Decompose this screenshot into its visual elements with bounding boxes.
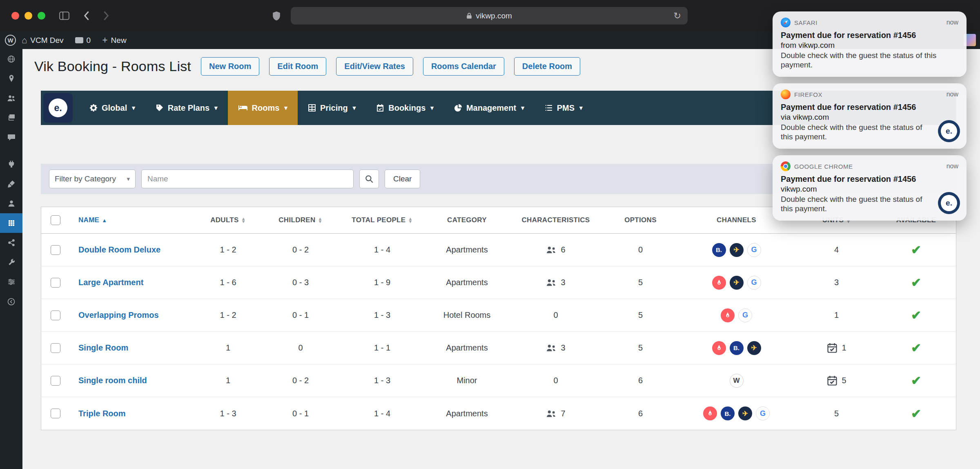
- channel-icon-google: G: [747, 276, 761, 290]
- site-name-menu[interactable]: ⌂ VCM Dev: [16, 31, 69, 49]
- sidebar-toggle-icon[interactable]: [59, 11, 69, 20]
- sidebar-item-tools[interactable]: [0, 252, 22, 272]
- row-select-checkbox[interactable]: [51, 245, 60, 255]
- select-all-checkbox[interactable]: [51, 215, 60, 225]
- room-name-link[interactable]: Overlapping Promos: [78, 310, 159, 320]
- new-content-menu[interactable]: + New: [96, 31, 132, 49]
- url-text: vikwp.com: [476, 11, 512, 20]
- nav-item-management[interactable]: Management▾: [444, 91, 535, 125]
- available-check-icon: ✔: [911, 406, 921, 421]
- chevron-down-icon: ▾: [127, 175, 130, 183]
- sidebar-item-profile[interactable]: [0, 194, 22, 213]
- sidebar-item-media[interactable]: [0, 108, 22, 127]
- channel-icon-google: G: [756, 406, 770, 420]
- options-value: 5: [605, 343, 676, 353]
- channel-icon-expedia: ✈: [747, 341, 761, 355]
- nav-item-global[interactable]: Global▾: [79, 91, 145, 125]
- category-value: Hotel Rooms: [427, 310, 507, 320]
- sidebar-item-plugins[interactable]: [0, 154, 22, 174]
- options-value: 6: [605, 376, 676, 385]
- notification-firefox[interactable]: FIREFOX now Payment due for reservation …: [773, 83, 967, 149]
- adults-value: 1: [192, 343, 264, 353]
- category-filter-value: Filter by Category: [55, 174, 116, 183]
- close-window-button[interactable]: [11, 12, 19, 20]
- nav-item-pricing[interactable]: Pricing▾: [298, 91, 366, 125]
- wordpress-logo-icon[interactable]: W: [5, 35, 16, 46]
- column-header-children[interactable]: CHILDREN▲▼: [264, 216, 337, 224]
- notification-body: Double check with the guest the status o…: [781, 194, 930, 213]
- row-select-checkbox[interactable]: [51, 376, 60, 386]
- sidebar-item-settings[interactable]: [0, 272, 22, 292]
- channel-icon-google: G: [738, 308, 752, 322]
- back-button[interactable]: [83, 11, 89, 21]
- column-header-adults[interactable]: ADULTS▲▼: [192, 216, 264, 224]
- characteristics-value: 3: [561, 278, 565, 287]
- channel-icon-airbnb: [712, 341, 726, 355]
- notification-subtitle: vikwp.com: [781, 185, 958, 194]
- reload-icon[interactable]: ↻: [674, 11, 681, 21]
- room-name-link[interactable]: Single Room: [78, 343, 128, 353]
- category-filter-select[interactable]: Filter by Category ▾: [49, 170, 136, 188]
- delete-room-button[interactable]: Delete Room: [514, 57, 580, 76]
- characteristics-value: 3: [561, 343, 565, 353]
- sidebar-item-comments[interactable]: [0, 127, 22, 147]
- characteristics-value: 7: [561, 409, 565, 418]
- sidebar-item-appearance[interactable]: [0, 174, 22, 194]
- row-select-checkbox[interactable]: [51, 278, 60, 288]
- room-name-link[interactable]: Single room child: [78, 376, 147, 385]
- row-select-checkbox[interactable]: [51, 310, 60, 320]
- units-value: 5: [842, 376, 846, 385]
- channel-icon-airbnb: [721, 308, 735, 322]
- notification-app-name: GOOGLE CHROME: [794, 163, 943, 170]
- grid-icon: [308, 104, 316, 112]
- nav-item-bookings[interactable]: Bookings▾: [366, 91, 444, 125]
- sidebar-item-share[interactable]: [0, 233, 22, 252]
- edit-room-button[interactable]: Edit Room: [269, 57, 326, 76]
- sidebar-collapse-menu[interactable]: [0, 292, 22, 311]
- options-value: 6: [605, 409, 676, 418]
- row-select-checkbox[interactable]: [51, 409, 60, 418]
- units-value: 4: [797, 245, 876, 255]
- channel-icon-google: G: [747, 243, 761, 257]
- nav-item-pms[interactable]: PMS▾: [535, 91, 593, 125]
- nav-item-rooms[interactable]: Rooms▾: [228, 91, 298, 125]
- sidebar-item-vikbooking[interactable]: [0, 213, 22, 233]
- forward-button[interactable]: [103, 11, 109, 21]
- table-row: Double Room Deluxe 1 - 2 0 - 2 1 - 4 Apa…: [41, 234, 956, 266]
- name-search-input[interactable]: [141, 170, 354, 188]
- address-bar[interactable]: vikwp.com ↻: [291, 7, 688, 25]
- chevron-down-icon: ▾: [353, 104, 356, 112]
- channel-icon-airbnb: [703, 406, 717, 420]
- zoom-window-button[interactable]: [38, 12, 45, 20]
- search-icon: [365, 174, 374, 183]
- column-header-total-people[interactable]: TOTAL PEOPLE▲▼: [337, 216, 427, 224]
- search-button[interactable]: [359, 170, 379, 188]
- sidebar-item-dashboard[interactable]: [0, 49, 22, 69]
- column-header-category: CATEGORY: [427, 216, 507, 224]
- channel-icon-expedia: ✈: [738, 406, 752, 420]
- notification-safari[interactable]: SAFARI now Payment due for reservation #…: [773, 11, 967, 77]
- new-room-button[interactable]: New Room: [201, 57, 259, 76]
- nav-item-rate-plans[interactable]: Rate Plans▾: [145, 91, 228, 125]
- minimize-window-button[interactable]: [24, 12, 32, 20]
- edit-view-rates-button[interactable]: Edit/View Rates: [336, 57, 413, 76]
- comments-menu[interactable]: 0: [69, 31, 97, 49]
- room-name-link[interactable]: Double Room Deluxe: [78, 245, 160, 255]
- privacy-shield-icon[interactable]: [272, 11, 281, 23]
- sidebar-item-posts[interactable]: [0, 69, 22, 88]
- clear-button[interactable]: Clear: [385, 170, 420, 188]
- column-header-name[interactable]: NAME▲: [70, 216, 192, 224]
- characteristics-value: 6: [561, 245, 565, 255]
- room-name-link[interactable]: Large Apartment: [78, 278, 143, 287]
- chevron-down-icon: ▾: [132, 104, 135, 112]
- sort-icon: ▲▼: [408, 217, 412, 223]
- notification-app-name: SAFARI: [794, 19, 943, 26]
- sidebar-item-users[interactable]: [0, 88, 22, 108]
- row-select-checkbox[interactable]: [51, 343, 60, 353]
- room-name-link[interactable]: Triple Room: [78, 409, 126, 418]
- adults-value: 1 - 2: [192, 310, 264, 320]
- options-value: 5: [605, 310, 676, 320]
- rooms-calendar-button[interactable]: Rooms Calendar: [423, 57, 504, 76]
- channel-icon-booking: B.: [712, 243, 726, 257]
- notification-chrome[interactable]: GOOGLE CHROME now Payment due for reserv…: [773, 155, 967, 221]
